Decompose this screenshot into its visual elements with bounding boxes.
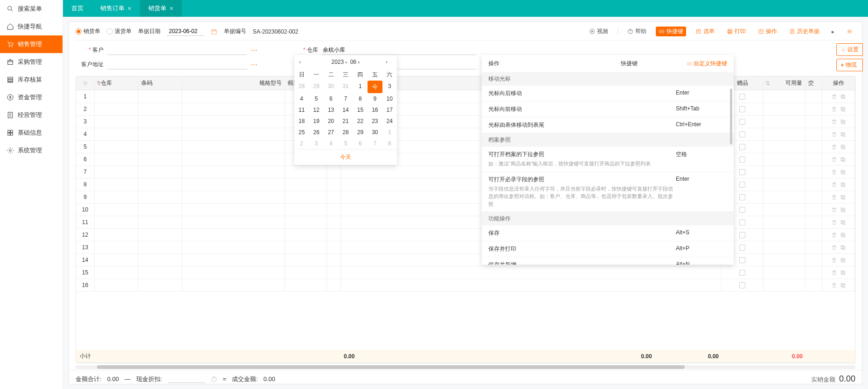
cal-day[interactable]: 7	[368, 138, 382, 149]
gift-checkbox[interactable]	[739, 94, 745, 100]
cal-day[interactable]: 10	[382, 93, 397, 104]
delete-icon[interactable]	[831, 119, 837, 125]
delete-icon[interactable]	[831, 245, 837, 251]
close-icon[interactable]: ✕	[127, 6, 132, 12]
customer-more-icon[interactable]: ⋯	[251, 47, 262, 54]
cal-day[interactable]: 3	[309, 138, 323, 149]
copy-icon[interactable]	[840, 207, 846, 213]
radio-return[interactable]: 退货单	[107, 27, 132, 35]
tab-2[interactable]: 销货单✕	[140, 0, 182, 17]
disc-input[interactable]	[168, 375, 205, 383]
copy-icon[interactable]	[840, 232, 846, 238]
cal-day[interactable]: 11	[294, 104, 309, 116]
copy-icon[interactable]	[840, 157, 846, 163]
cal-day[interactable]: 14	[338, 104, 353, 116]
delete-icon[interactable]	[831, 106, 837, 112]
sidebar-item-3[interactable]: 采购管理	[0, 53, 62, 71]
close-icon[interactable]: ✕	[169, 6, 174, 12]
cal-day[interactable]: 13	[324, 104, 338, 116]
sidebar-item-8[interactable]: 系统管理	[0, 142, 62, 159]
table-row[interactable]: 7	[76, 166, 855, 178]
copy-icon[interactable]	[840, 219, 846, 225]
cal-day[interactable]: 20	[324, 116, 338, 127]
cal-day[interactable]: 8	[353, 93, 368, 104]
copy-icon[interactable]	[840, 131, 846, 137]
col-spec[interactable]: 规格型号	[182, 76, 285, 90]
logistics-button[interactable]: +物流	[836, 59, 863, 71]
help-action[interactable]: 帮助	[625, 27, 649, 36]
cal-day[interactable]: 5	[338, 138, 353, 149]
table-row[interactable]: 3	[76, 116, 855, 128]
sidebar-item-7[interactable]: 基础信息	[0, 124, 62, 142]
gift-checkbox[interactable]	[739, 207, 745, 213]
table-row[interactable]: 12	[76, 229, 855, 241]
gift-checkbox[interactable]	[739, 182, 745, 188]
delete-icon[interactable]	[831, 169, 837, 175]
sidebar-item-0[interactable]: 搜索菜单	[0, 0, 62, 18]
delete-icon[interactable]	[831, 219, 837, 225]
shortcut-action[interactable]: 快捷键	[656, 27, 686, 36]
cal-day[interactable]: 26	[309, 127, 323, 138]
cal-day[interactable]: 8	[382, 138, 397, 149]
copy-icon[interactable]	[840, 282, 846, 288]
history-action[interactable]: 历史单据	[786, 27, 822, 36]
print-action[interactable]: 打印	[724, 27, 749, 36]
copy-icon[interactable]	[840, 182, 846, 188]
table-row[interactable]: 2	[76, 103, 855, 116]
delete-icon[interactable]	[831, 157, 837, 163]
table-row[interactable]: 8	[76, 178, 855, 191]
delete-icon[interactable]	[831, 257, 837, 263]
col-barcode[interactable]: ⇅条码	[139, 76, 182, 90]
sidebar-item-5[interactable]: 资金管理	[0, 89, 62, 106]
cal-day[interactable]: 6	[353, 138, 368, 149]
cal-day[interactable]: 12	[309, 104, 323, 116]
gift-checkbox[interactable]	[739, 270, 745, 276]
cal-day[interactable]: 30	[368, 127, 382, 138]
delete-icon[interactable]	[831, 194, 837, 200]
cal-month[interactable]: 06	[350, 59, 360, 65]
cal-day[interactable]: 24	[382, 116, 397, 127]
cal-next[interactable]: ›	[386, 59, 392, 65]
col-warehouse[interactable]: ⇅*仓库	[95, 76, 139, 90]
sidebar-item-4[interactable]: 库存核算	[0, 71, 62, 89]
sidebar-item-6[interactable]: 经营管理	[0, 106, 62, 124]
horizontal-scrollbar[interactable]	[69, 365, 862, 370]
settings-button[interactable]: 设置	[836, 43, 863, 56]
gift-checkbox[interactable]	[739, 245, 745, 251]
copy-icon[interactable]	[840, 119, 846, 125]
cal-prev[interactable]: ‹	[299, 59, 306, 65]
delete-icon[interactable]	[831, 94, 837, 100]
cal-day[interactable]: 今	[368, 81, 382, 93]
more-arrow[interactable]: ▸	[829, 27, 837, 36]
col-deliver[interactable]: ⇅交	[806, 76, 822, 90]
table-row[interactable]: 14	[76, 254, 855, 266]
pick-action[interactable]: 选单	[693, 27, 717, 36]
delete-icon[interactable]	[831, 270, 837, 276]
cal-day[interactable]: 17	[382, 104, 397, 116]
cal-day[interactable]: 23	[368, 116, 382, 127]
gift-checkbox[interactable]	[739, 257, 745, 263]
table-row[interactable]: 9	[76, 191, 855, 204]
col-available[interactable]: ⇅可用量	[764, 76, 806, 90]
cal-day[interactable]: 21	[338, 116, 353, 127]
copy-icon[interactable]	[840, 169, 846, 175]
customer-input[interactable]	[107, 45, 247, 55]
sc-scrollbar[interactable]	[730, 89, 732, 262]
cal-day[interactable]: 22	[353, 116, 368, 127]
gift-checkbox[interactable]	[739, 169, 745, 175]
addr-input[interactable]	[107, 60, 247, 69]
tab-0[interactable]: 首页	[63, 0, 92, 17]
copy-icon[interactable]	[840, 94, 846, 100]
table-row[interactable]: 5	[76, 141, 855, 153]
delete-icon[interactable]	[831, 207, 837, 213]
cal-day[interactable]: 25	[294, 127, 309, 138]
gift-checkbox[interactable]	[739, 219, 745, 225]
cal-day[interactable]: 31	[338, 81, 353, 93]
gift-checkbox[interactable]	[739, 106, 745, 112]
cal-day[interactable]: 29	[309, 81, 323, 93]
copy-icon[interactable]	[840, 270, 846, 276]
cal-day[interactable]: 5	[309, 93, 323, 104]
cal-day[interactable]: 28	[294, 81, 309, 93]
copy-icon[interactable]	[840, 257, 846, 263]
cal-day[interactable]: 6	[324, 93, 338, 104]
